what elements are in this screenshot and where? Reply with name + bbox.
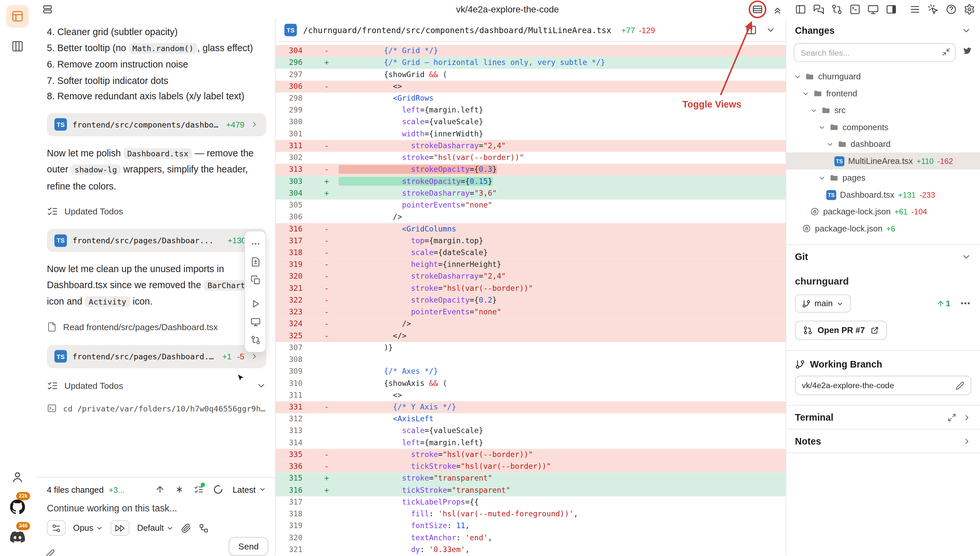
todos-row[interactable]: Updated Todos bbox=[47, 202, 266, 220]
pencil-icon[interactable] bbox=[956, 381, 965, 390]
pointer-mode-button[interactable] bbox=[928, 3, 939, 15]
github-button[interactable]: 22k bbox=[6, 496, 29, 518]
ts-badge: TS bbox=[826, 190, 836, 200]
working-branch-name: vk/4e2a-explore-the-code bbox=[802, 381, 894, 390]
run-button[interactable] bbox=[247, 295, 263, 312]
workflow-button[interactable] bbox=[199, 523, 209, 533]
chat-input[interactable] bbox=[35, 496, 275, 516]
expand-icon[interactable] bbox=[948, 413, 956, 422]
person-icon bbox=[11, 471, 24, 483]
diff-view-toggle-button[interactable] bbox=[746, 24, 757, 36]
board-view-button[interactable] bbox=[6, 35, 29, 58]
more-options-button[interactable] bbox=[247, 235, 263, 252]
commits-ahead[interactable]: 1 bbox=[936, 299, 950, 308]
branch-selector[interactable]: main bbox=[795, 294, 851, 312]
menu-button[interactable] bbox=[909, 3, 921, 15]
working-branch-box[interactable]: vk/4e2a-explore-the-code bbox=[795, 376, 972, 395]
terminal-section-header[interactable]: Terminal bbox=[786, 406, 980, 429]
terminal-mode-button[interactable] bbox=[849, 3, 861, 15]
tree-folder-frontend[interactable]: frontend bbox=[786, 85, 980, 102]
files-changed-label[interactable]: 4 files changed bbox=[47, 485, 103, 495]
collapse-panels-button[interactable] bbox=[772, 3, 783, 15]
tree-file-Dashboard.tsx[interactable]: TSDashboard.tsx+131-233 bbox=[786, 186, 980, 203]
activity-button[interactable] bbox=[174, 485, 184, 495]
diff-line: 324- /> bbox=[276, 318, 786, 330]
tree-folder-churnguard[interactable]: churnguard bbox=[786, 68, 980, 85]
discord-icon bbox=[10, 529, 25, 545]
diff-body[interactable]: 304- {/* Grid */}296+ {/* Grid — horizon… bbox=[276, 42, 786, 556]
notes-section-header[interactable]: Notes bbox=[786, 430, 980, 453]
chevron-down-icon bbox=[961, 25, 972, 36]
collapse-tree-button[interactable] bbox=[942, 47, 951, 59]
threads-icon bbox=[42, 3, 53, 15]
external-link-icon bbox=[870, 326, 879, 335]
todos-row[interactable]: Updated Todos bbox=[47, 377, 266, 395]
changes-section-header[interactable]: Changes bbox=[786, 19, 980, 42]
file-chip[interactable]: TSfrontend/src/pages/Dashboard.tsx+1-5 bbox=[47, 345, 266, 368]
todos-status-button[interactable] bbox=[194, 485, 204, 495]
doc-row[interactable]: Read frontend/src/pages/Dashboard.tsx bbox=[47, 318, 266, 336]
arrow-up-icon bbox=[936, 299, 945, 308]
workspaces-button[interactable] bbox=[6, 5, 29, 27]
discord-button[interactable]: 346 bbox=[6, 526, 29, 548]
file-chip[interactable]: TSfrontend/src/pages/Dashboar...+130-2 bbox=[47, 229, 266, 252]
diff-marker: + bbox=[308, 187, 339, 199]
model-dropdown[interactable]: Opus bbox=[73, 523, 103, 533]
open-pr-button[interactable]: Open PR #7 bbox=[795, 321, 887, 340]
code-text: strokeOpacity={0.3} bbox=[339, 164, 497, 176]
latest-dropdown[interactable]: Latest bbox=[233, 485, 266, 495]
diff-line: 310 {showAxis && ( bbox=[276, 378, 786, 390]
line-number: 316 bbox=[276, 223, 308, 235]
git-section-header[interactable]: Git bbox=[786, 245, 980, 268]
send-row: Send bbox=[35, 536, 275, 556]
toggle-views-button[interactable] bbox=[752, 3, 763, 15]
tree-file-package-lock.json[interactable]: package-lock.json+6 bbox=[786, 220, 980, 237]
tree-folder-pages[interactable]: pages bbox=[786, 170, 980, 186]
pull-request-icon bbox=[803, 325, 812, 335]
list-item: 7. Softer tooltip indicator dots bbox=[47, 72, 266, 88]
edit-icon[interactable] bbox=[45, 549, 55, 556]
tree-folder-dashboard[interactable]: dashboard bbox=[786, 136, 980, 152]
diff-mode-button[interactable] bbox=[831, 3, 842, 15]
search-input[interactable] bbox=[794, 43, 956, 62]
tree-folder-components[interactable]: components bbox=[786, 119, 980, 136]
diff-marker bbox=[308, 92, 339, 104]
attach-button[interactable] bbox=[181, 523, 191, 533]
collapse-file-button[interactable] bbox=[766, 25, 776, 35]
compare-button[interactable] bbox=[247, 331, 263, 348]
mode-dropdown[interactable]: Default bbox=[137, 523, 174, 533]
preview-mode-button[interactable] bbox=[868, 3, 879, 15]
chats-button[interactable] bbox=[813, 3, 824, 15]
help-button[interactable] bbox=[946, 3, 957, 15]
file-diff-button[interactable] bbox=[247, 253, 263, 270]
send-button[interactable]: Send bbox=[229, 537, 268, 556]
monitor-icon bbox=[250, 317, 261, 327]
scroll-top-button[interactable] bbox=[155, 485, 165, 495]
file-chip[interactable]: TSfrontend/src/components/dashboa...+479 bbox=[47, 113, 266, 136]
settings-button[interactable] bbox=[964, 3, 975, 15]
file-diff-icon bbox=[250, 257, 261, 267]
added-count: +130 bbox=[228, 236, 246, 245]
fast-forward-button[interactable] bbox=[111, 520, 129, 536]
terminal-row[interactable]: cd /private/var/folders/10/h7w0q46556ggr… bbox=[47, 399, 266, 417]
dashboard-icon bbox=[11, 10, 24, 23]
diff-marker: - bbox=[308, 164, 339, 176]
profile-button[interactable] bbox=[6, 466, 29, 488]
git-more-button[interactable]: ⋯ bbox=[960, 298, 971, 309]
bird-button[interactable] bbox=[961, 45, 972, 59]
caret-down-icon bbox=[794, 73, 801, 80]
preview-button[interactable] bbox=[247, 313, 263, 330]
right-panel-button[interactable] bbox=[886, 3, 897, 15]
left-panel-button[interactable] bbox=[795, 3, 806, 15]
diff-marker: - bbox=[308, 461, 339, 472]
diff-marker: + bbox=[308, 176, 339, 187]
copy-icon bbox=[250, 275, 261, 285]
threads-button[interactable] bbox=[35, 3, 53, 15]
tree-item-name: src bbox=[835, 105, 846, 115]
tree-folder-src[interactable]: src bbox=[786, 102, 980, 119]
tree-file-package-lock.json[interactable]: package-lock.json+61-104 bbox=[786, 203, 980, 220]
options-button[interactable] bbox=[47, 520, 66, 536]
tree-file-MultiLineArea.tsx[interactable]: TSMultiLineArea.tsx+110-162 bbox=[786, 152, 980, 169]
diff-marker: - bbox=[308, 330, 339, 342]
copy-button[interactable] bbox=[247, 272, 263, 288]
